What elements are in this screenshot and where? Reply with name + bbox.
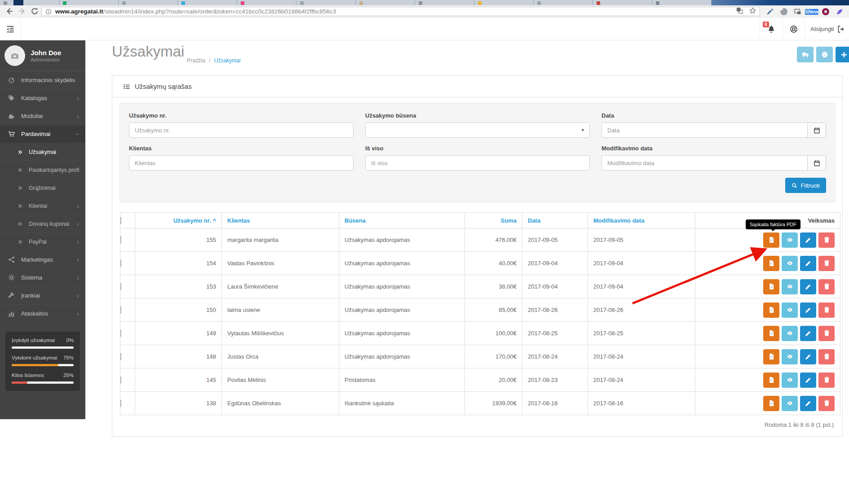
browser-tab[interactable] <box>415 0 474 5</box>
invoice-pdf-button[interactable] <box>763 279 779 294</box>
row-checkbox[interactable] <box>120 236 121 244</box>
column-header-total[interactable]: Suma <box>465 213 522 228</box>
delete-order-button[interactable] <box>818 279 835 294</box>
sidebar-item[interactable]: Informacinis skydelis <box>0 71 85 89</box>
browser-tab[interactable] <box>119 0 178 5</box>
feather-extension-icon[interactable] <box>836 8 844 16</box>
browser-tab[interactable] <box>296 0 356 5</box>
edit-order-button[interactable] <box>800 373 816 388</box>
sidebar-item[interactable]: Ataskaitos <box>0 305 85 323</box>
customer-input[interactable] <box>129 155 354 171</box>
sidebar-item[interactable]: Dovanų kuponai <box>0 215 85 233</box>
view-order-button[interactable] <box>782 256 798 271</box>
print-invoice-button[interactable] <box>816 47 833 62</box>
ip-extension-icon[interactable]: IP <box>780 8 788 16</box>
browser-tab[interactable] <box>356 0 415 5</box>
invoice-pdf-button[interactable] <box>763 302 779 318</box>
row-checkbox[interactable] <box>120 376 121 384</box>
edit-order-button[interactable] <box>800 349 816 364</box>
view-order-button[interactable] <box>782 396 798 411</box>
invoice-pdf-button[interactable] <box>763 256 779 271</box>
view-order-button[interactable] <box>782 349 798 364</box>
browser-tab[interactable] <box>0 0 59 5</box>
back-button[interactable] <box>5 7 14 16</box>
date-modified-calendar-button[interactable] <box>807 155 826 171</box>
eyedropper-extension-icon[interactable] <box>766 8 774 16</box>
delete-order-button[interactable] <box>818 349 835 364</box>
delete-order-button[interactable] <box>818 302 835 318</box>
order-nr-input[interactable] <box>129 123 354 138</box>
delete-order-button[interactable] <box>818 373 835 388</box>
address-bar[interactable]: www.agregatai.lt/siteadmin14/index.php?r… <box>41 7 760 16</box>
select-all-checkbox[interactable] <box>120 217 121 224</box>
invoice-pdf-button[interactable] <box>763 232 779 248</box>
browser-tab[interactable] <box>59 0 119 5</box>
breadcrumb-current[interactable]: Užsakymai <box>214 57 241 64</box>
edit-order-button[interactable] <box>800 256 816 271</box>
bookmark-star-icon[interactable] <box>749 7 756 16</box>
browser-tab[interactable] <box>178 0 237 5</box>
row-checkbox[interactable] <box>120 353 121 360</box>
date-calendar-button[interactable] <box>807 123 826 138</box>
delete-order-button[interactable] <box>818 232 835 248</box>
edit-order-button[interactable] <box>800 396 816 411</box>
sidebar-item[interactable]: Klientai <box>0 197 85 215</box>
sidebar-item[interactable]: Marketingas <box>0 251 85 269</box>
invoice-pdf-button[interactable] <box>763 326 779 341</box>
column-header-order-nr[interactable]: Užsakymo nr. ^ <box>135 213 222 228</box>
browser-tab[interactable] <box>593 0 652 5</box>
sidebar-item[interactable]: Pardavimai <box>0 125 85 143</box>
edit-order-button[interactable] <box>800 326 816 341</box>
sidebar-item[interactable]: Moduliai <box>0 107 85 125</box>
reload-button[interactable] <box>31 7 40 16</box>
view-order-button[interactable] <box>782 326 798 341</box>
delete-order-button[interactable] <box>818 256 835 271</box>
translate-icon[interactable] <box>736 7 743 16</box>
row-checkbox[interactable] <box>120 306 121 314</box>
aperture-extension-icon[interactable] <box>822 8 830 16</box>
s-extension-icon[interactable]: SNew <box>808 8 816 16</box>
row-checkbox[interactable] <box>120 329 121 337</box>
total-input[interactable] <box>365 155 590 171</box>
column-header-customer[interactable]: Klientas <box>222 213 339 228</box>
shipping-list-button[interactable] <box>797 47 814 62</box>
sidebar-toggle-button[interactable] <box>0 18 21 40</box>
sidebar-item[interactable]: Užsakymai <box>0 143 85 161</box>
date-input[interactable] <box>601 123 807 138</box>
delete-order-button[interactable] <box>818 396 835 411</box>
view-order-button[interactable] <box>782 302 798 318</box>
browser-tab[interactable] <box>237 0 296 5</box>
date-modified-input[interactable] <box>601 155 807 171</box>
forward-button[interactable] <box>18 7 27 16</box>
row-checkbox[interactable] <box>120 259 121 267</box>
column-header-date-modified[interactable]: Modifikavimo data <box>588 213 695 228</box>
row-checkbox[interactable] <box>120 399 121 407</box>
column-header-status[interactable]: Būsena <box>339 213 465 228</box>
logout-button[interactable]: Atsijungti <box>805 18 849 40</box>
sidebar-item[interactable]: Sistema <box>0 269 85 287</box>
breadcrumb-home-link[interactable]: Pradžia <box>187 57 205 64</box>
sidebar-item[interactable]: Įrankiai <box>0 287 85 305</box>
sidebar-item[interactable]: Grąžinimai <box>0 179 85 197</box>
view-order-button[interactable] <box>782 232 798 248</box>
row-checkbox[interactable] <box>120 283 121 290</box>
filter-button[interactable]: Filtruoti <box>785 178 826 193</box>
help-button[interactable] <box>783 18 805 40</box>
browser-tab[interactable] <box>652 0 712 5</box>
view-order-button[interactable] <box>782 373 798 388</box>
delete-order-button[interactable] <box>818 326 835 341</box>
browser-tab[interactable] <box>474 0 534 5</box>
edit-order-button[interactable] <box>800 279 816 294</box>
sidebar-item[interactable]: Pasikartojantys profiliai <box>0 161 85 179</box>
cast-extension-icon[interactable] <box>794 8 802 16</box>
sidebar-item[interactable]: Katalogas <box>0 89 85 107</box>
invoice-pdf-button[interactable] <box>763 373 779 388</box>
edit-order-button[interactable] <box>800 232 816 248</box>
notifications-button[interactable]: 0 <box>760 18 783 40</box>
add-order-button[interactable] <box>836 47 849 62</box>
invoice-pdf-button[interactable] <box>763 396 779 411</box>
sidebar-item[interactable]: PayPal <box>0 233 85 251</box>
page-info-icon[interactable] <box>45 9 52 15</box>
invoice-pdf-button[interactable] <box>763 349 779 364</box>
view-order-button[interactable] <box>782 279 798 294</box>
